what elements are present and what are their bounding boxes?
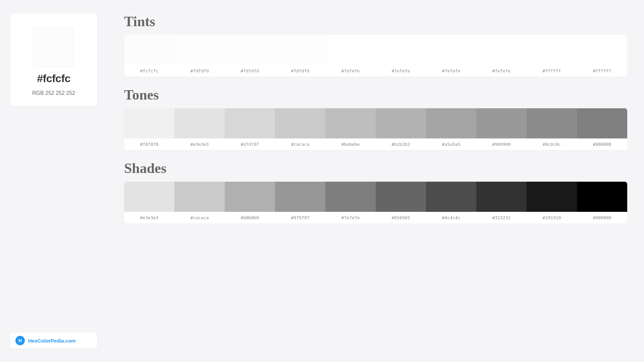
tints-label-3: #fdfdfd	[275, 68, 325, 73]
tints-swatch-0[interactable]	[124, 35, 174, 65]
tints-swatch-1[interactable]	[174, 35, 225, 65]
sidebar: #fcfcfc RGB 252 252 252 H HexColorPedia.…	[0, 0, 107, 362]
tones-label-9: #808080	[577, 142, 627, 147]
tints-label-7: #fefefe	[476, 68, 527, 73]
shades-label-8: #191919	[527, 215, 577, 220]
tones-swatch-1[interactable]	[174, 108, 225, 138]
tones-swatch-0[interactable]	[124, 108, 174, 138]
tones-swatches-row	[124, 108, 627, 138]
tints-swatch-2[interactable]	[225, 35, 275, 65]
tones-label-4: #bebebe	[325, 142, 376, 147]
shades-swatch-5[interactable]	[376, 182, 426, 212]
brand-name: HexColorPedia.com	[28, 338, 76, 344]
tints-swatches-row	[124, 35, 627, 65]
hex-label: #fcfcfc	[37, 72, 70, 85]
tints-labels-row: #fcfcfc#fdfdfd#fdfdfd#fdfdfd#fefefe#fefe…	[124, 65, 627, 77]
tones-label-1: #e3e3e3	[174, 142, 225, 147]
tints-label-2: #fdfdfd	[225, 68, 275, 73]
shades-label-4: #7e7e7e	[325, 215, 376, 220]
shades-swatch-8[interactable]	[527, 182, 577, 212]
tints-swatches-container: #fcfcfc#fdfdfd#fdfdfd#fdfdfd#fefefe#fefe…	[124, 35, 627, 77]
tints-label-4: #fefefe	[325, 68, 376, 73]
shades-label-5: #656565	[376, 215, 426, 220]
tones-swatch-6[interactable]	[426, 108, 476, 138]
tints-swatch-4[interactable]	[325, 35, 376, 65]
section-tints: Tints#fcfcfc#fdfdfd#fdfdfd#fdfdfd#fefefe…	[124, 13, 627, 77]
tones-swatches-container: #f0f0f0#e3e3e3#d7d7d7#cacaca#bebebe#b2b2…	[124, 108, 627, 150]
tones-swatch-2[interactable]	[225, 108, 275, 138]
color-preview	[34, 27, 74, 67]
shades-label-7: #323232	[476, 215, 527, 220]
tones-label-6: #a5a5a5	[426, 142, 476, 147]
section-shades: Shades#e3e3e3#cacaca#b0b0b0#979797#7e7e7…	[124, 160, 627, 224]
tints-swatch-6[interactable]	[426, 35, 476, 65]
shades-swatches-row	[124, 182, 627, 212]
color-card: #fcfcfc RGB 252 252 252	[10, 13, 97, 106]
tones-title: Tones	[124, 87, 627, 103]
tints-swatch-8[interactable]	[527, 35, 577, 65]
shades-swatch-1[interactable]	[174, 182, 225, 212]
tones-swatch-8[interactable]	[527, 108, 577, 138]
shades-labels-row: #e3e3e3#cacaca#b0b0b0#979797#7e7e7e#6565…	[124, 212, 627, 224]
shades-label-6: #4c4c4c	[426, 215, 476, 220]
shades-swatch-7[interactable]	[476, 182, 527, 212]
shades-swatches-container: #e3e3e3#cacaca#b0b0b0#979797#7e7e7e#6565…	[124, 182, 627, 224]
shades-label-3: #979797	[275, 215, 325, 220]
tints-label-1: #fdfdfd	[174, 68, 225, 73]
section-tones: Tones#f0f0f0#e3e3e3#d7d7d7#cacaca#bebebe…	[124, 87, 627, 150]
shades-swatch-0[interactable]	[124, 182, 174, 212]
tones-label-2: #d7d7d7	[225, 142, 275, 147]
tones-label-5: #b2b2b2	[376, 142, 426, 147]
tints-label-0: #fcfcfc	[124, 68, 174, 73]
brand-logo[interactable]: H HexColorPedia.com	[10, 333, 97, 349]
shades-label-1: #cacaca	[174, 215, 225, 220]
tints-swatch-9[interactable]	[577, 35, 627, 65]
tones-label-8: #8c8c8c	[527, 142, 577, 147]
tints-swatch-5[interactable]	[376, 35, 426, 65]
tones-label-7: #999999	[476, 142, 527, 147]
shades-label-0: #e3e3e3	[124, 215, 174, 220]
shades-label-9: #000000	[577, 215, 627, 220]
shades-swatch-2[interactable]	[225, 182, 275, 212]
shades-swatch-6[interactable]	[426, 182, 476, 212]
rgb-label: RGB 252 252 252	[32, 90, 75, 96]
tints-label-6: #fefefe	[426, 68, 476, 73]
tones-swatch-4[interactable]	[325, 108, 376, 138]
tints-label-9: #ffffff	[577, 68, 627, 73]
shades-swatch-9[interactable]	[577, 182, 627, 212]
shades-label-2: #b0b0b0	[225, 215, 275, 220]
tints-swatch-3[interactable]	[275, 35, 325, 65]
tints-label-5: #fefefe	[376, 68, 426, 73]
tones-label-0: #f0f0f0	[124, 142, 174, 147]
tones-swatch-9[interactable]	[577, 108, 627, 138]
tones-label-3: #cacaca	[275, 142, 325, 147]
tones-swatch-7[interactable]	[476, 108, 527, 138]
main-content: Tints#fcfcfc#fdfdfd#fdfdfd#fdfdfd#fefefe…	[107, 0, 644, 362]
tints-swatch-7[interactable]	[476, 35, 527, 65]
tones-swatch-3[interactable]	[275, 108, 325, 138]
shades-swatch-4[interactable]	[325, 182, 376, 212]
tints-title: Tints	[124, 13, 627, 29]
tones-swatch-5[interactable]	[376, 108, 426, 138]
shades-title: Shades	[124, 160, 627, 176]
tints-label-8: #ffffff	[527, 68, 577, 73]
shades-swatch-3[interactable]	[275, 182, 325, 212]
tones-labels-row: #f0f0f0#e3e3e3#d7d7d7#cacaca#bebebe#b2b2…	[124, 138, 627, 150]
brand-icon: H	[15, 336, 25, 345]
